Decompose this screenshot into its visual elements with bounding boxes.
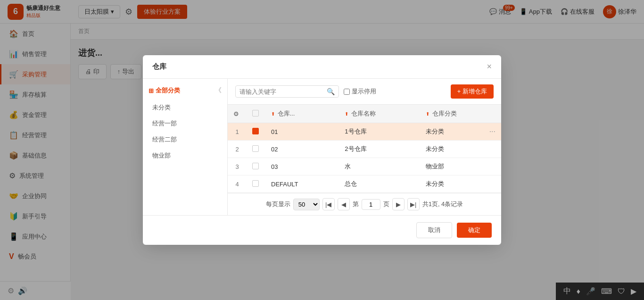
col-category-header: ⬆ 仓库分类 — [420, 105, 501, 123]
col-code-header: ⬆ 仓库... — [265, 105, 339, 123]
warehouse-modal: 仓库 × ⊞ 全部分类 《 未分类 经营一部 经营二部 物业部 — [143, 55, 501, 245]
pagination: 每页显示 102050100 |◀ ◀ 第 页 ▶ ▶| 共1页, 4条记录 — [228, 193, 501, 215]
row-num: 2 — [228, 141, 247, 158]
modal-actions: 取消 确定 — [143, 215, 501, 245]
page-number-input[interactable] — [362, 199, 380, 210]
row-checkbox-cell[interactable] — [247, 141, 265, 158]
search-icon: 🔍 — [327, 88, 335, 95]
row-checkbox-cell[interactable] — [247, 123, 265, 141]
category-item-property[interactable]: 物业部 — [143, 148, 227, 164]
modal-close-btn[interactable]: × — [487, 62, 492, 72]
modal-body: ⊞ 全部分类 《 未分类 经营一部 经营二部 物业部 🔍 — [143, 79, 501, 215]
row-checkbox[interactable] — [252, 163, 259, 169]
row-code: DEFAULT — [265, 175, 339, 193]
confirm-btn[interactable]: 确定 — [457, 223, 492, 238]
sort-icon-cat: ⬆ — [426, 111, 429, 117]
row-checkbox-cell[interactable] — [247, 175, 265, 193]
last-page-btn[interactable]: ▶| — [407, 198, 420, 210]
show-disabled-checkbox[interactable] — [344, 89, 350, 95]
add-warehouse-btn[interactable]: + 新增仓库 — [451, 84, 494, 99]
category-item-unclassified[interactable]: 未分类 — [143, 100, 227, 116]
row-name: 2号仓库 — [339, 141, 420, 158]
row-checkbox-cell[interactable] — [247, 158, 265, 175]
table-row[interactable]: 2 02 2号仓库 未分类 — [228, 141, 501, 158]
category-header: ⊞ 全部分类 《 — [143, 83, 227, 100]
table-row[interactable]: 1 01 1号仓库 未分类 ··· — [228, 123, 501, 141]
row-category: 未分类 — [420, 141, 501, 158]
all-categories-btn[interactable]: ⊞ 全部分类 — [149, 86, 180, 95]
row-code: 02 — [265, 141, 339, 158]
category-item-ops2[interactable]: 经营二部 — [143, 132, 227, 148]
category-panel: ⊞ 全部分类 《 未分类 经营一部 经营二部 物业部 — [143, 79, 228, 215]
search-input[interactable] — [239, 88, 327, 95]
row-name: 总仓 — [339, 175, 420, 193]
table-toolbar: 🔍 显示停用 + 新增仓库 — [228, 79, 501, 105]
sort-icon-name: ⬆ — [345, 111, 348, 117]
row-code: 01 — [265, 123, 339, 141]
table-row[interactable]: 3 03 水 物业部 — [228, 158, 501, 175]
search-box: 🔍 — [235, 85, 339, 98]
total-info: 共1页, 4条记录 — [422, 200, 463, 208]
modal-header: 仓库 × — [143, 55, 501, 79]
row-checkbox[interactable] — [252, 145, 259, 152]
row-code: 03 — [265, 158, 339, 175]
cancel-btn[interactable]: 取消 — [416, 222, 452, 238]
row-actions-btn[interactable]: ··· — [489, 127, 495, 136]
col-name-header: ⬆ 仓库名称 — [339, 105, 420, 123]
warehouse-table-wrap: ⚙ ⬆ 仓库... ⬆ — [228, 105, 501, 193]
next-page-btn[interactable]: ▶ — [392, 198, 405, 210]
row-num: 3 — [228, 158, 247, 175]
row-name: 水 — [339, 158, 420, 175]
modal-overlay: 仓库 × ⊞ 全部分类 《 未分类 经营一部 经营二部 物业部 — [0, 0, 644, 300]
row-category: 物业部 — [420, 158, 501, 175]
page-size-select[interactable]: 102050100 — [293, 199, 320, 210]
sort-icon: ⬆ — [271, 111, 275, 117]
col-gear: ⚙ — [228, 105, 247, 123]
row-num: 1 — [228, 123, 247, 141]
row-category: 未分类 ··· — [420, 123, 501, 140]
show-disabled-toggle[interactable]: 显示停用 — [344, 87, 376, 96]
collapse-btn[interactable]: 《 — [215, 86, 222, 95]
gear-header-icon: ⚙ — [233, 110, 239, 117]
grid-icon: ⊞ — [149, 87, 154, 94]
first-page-btn[interactable]: |◀ — [322, 198, 335, 210]
row-num: 4 — [228, 175, 247, 193]
category-item-ops1[interactable]: 经营一部 — [143, 116, 227, 132]
row-checkbox[interactable] — [252, 180, 259, 187]
row-checkbox[interactable] — [252, 128, 259, 134]
table-panel: 🔍 显示停用 + 新增仓库 ⚙ — [228, 79, 501, 215]
select-all-checkbox[interactable] — [252, 110, 259, 117]
warehouse-table: ⚙ ⬆ 仓库... ⬆ — [228, 105, 501, 193]
col-checkbox-header — [247, 105, 265, 123]
row-category: 未分类 — [420, 175, 501, 192]
prev-page-btn[interactable]: ◀ — [338, 198, 350, 210]
modal-title: 仓库 — [152, 62, 166, 71]
table-row[interactable]: 4 DEFAULT 总仓 未分类 — [228, 175, 501, 193]
row-name: 1号仓库 — [339, 123, 420, 141]
table-header-row: ⚙ ⬆ 仓库... ⬆ — [228, 105, 501, 123]
